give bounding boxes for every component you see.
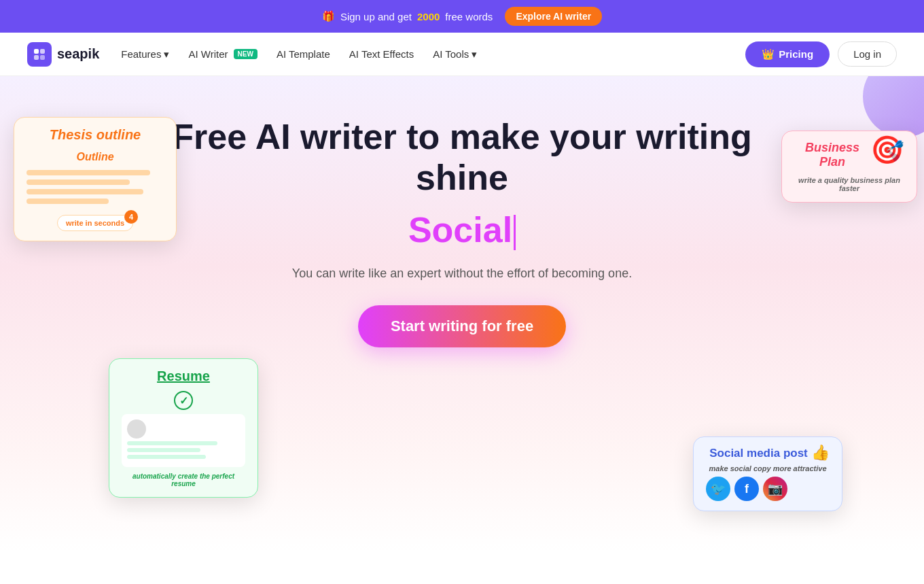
thesis-card-subtitle: Outline — [26, 151, 164, 163]
top-banner: 🎁 Sign up and get 2000 free words Explor… — [0, 0, 924, 33]
banner-text-before: Sign up and get — [340, 11, 412, 22]
hero-title: Free AI writer to make your writing shin… — [156, 117, 768, 199]
cover-section-heading: Cover 600+ free AI writing tools — [27, 579, 897, 584]
check-icon: ✓ — [174, 391, 193, 410]
pricing-crown-icon: 👑 — [762, 48, 775, 61]
hero-section: Thesis outline Outline write in seconds … — [0, 76, 924, 552]
business-card-desc: write a quality business plan faster — [794, 176, 904, 192]
thesis-card-title: Thesis outline — [26, 127, 164, 143]
nav-ai-text-effects[interactable]: AI Text Effects — [349, 48, 414, 60]
explore-ai-writer-button[interactable]: Explore AI writer — [505, 7, 602, 26]
resume-inner — [122, 414, 245, 467]
nav-ai-tools[interactable]: AI Tools ▾ — [433, 48, 477, 61]
avatar — [127, 419, 146, 439]
cta-start-writing-button[interactable]: Start writing for free — [358, 305, 566, 347]
social-icons-row: 🐦 f 📷 — [706, 477, 830, 501]
cover-section: Cover 600+ free AI writing tools — [0, 552, 924, 584]
purple-circle-decoration — [863, 76, 924, 137]
logo[interactable]: seapik — [27, 42, 99, 67]
navbar: seapik Features ▾ AI Writer NEW AI Templ… — [0, 33, 924, 76]
twitter-icon: 🐦 — [706, 477, 730, 501]
resume-card: Resume ✓ automatically create the perfec… — [109, 358, 258, 498]
svg-rect-0 — [34, 49, 39, 54]
business-card: 🎯 Business Plan write a quality business… — [781, 131, 917, 203]
banner-text-after: free words — [445, 11, 493, 22]
banner-highlight-number: 2000 — [417, 11, 440, 22]
login-button[interactable]: Log in — [838, 41, 897, 67]
nav-ai-writer[interactable]: AI Writer NEW — [188, 48, 257, 60]
like-icon: 👍 — [811, 444, 830, 462]
hero-description: You can write like an expert without the… — [292, 267, 632, 281]
nav-left: seapik Features ▾ AI Writer NEW AI Templ… — [27, 42, 477, 67]
resume-card-desc: automatically create the perfect resume — [122, 473, 245, 487]
resume-card-title: Resume — [122, 368, 245, 384]
social-card: 👍 Social media post make social copy mor… — [693, 436, 842, 511]
hero-animated-word: Social — [408, 209, 516, 250]
svg-rect-3 — [40, 55, 45, 60]
logo-icon — [27, 42, 52, 67]
text-cursor — [514, 215, 516, 250]
nav-ai-template[interactable]: AI Template — [277, 48, 330, 60]
features-chevron-icon: ▾ — [164, 48, 169, 61]
thesis-card: Thesis outline Outline write in seconds … — [14, 117, 177, 241]
write-in-seconds-label: write in seconds 4 — [57, 215, 133, 231]
pricing-button[interactable]: 👑 Pricing — [745, 41, 830, 67]
svg-rect-1 — [40, 49, 45, 54]
nav-features[interactable]: Features ▾ — [121, 48, 169, 61]
thesis-badge-num: 4 — [124, 210, 138, 224]
target-icon: 🎯 — [870, 134, 904, 166]
facebook-icon: f — [734, 477, 759, 501]
nav-right: 👑 Pricing Log in — [745, 41, 897, 67]
tools-chevron-icon: ▾ — [472, 48, 477, 61]
banner-gift-icon: 🎁 — [322, 10, 335, 22]
svg-rect-2 — [34, 55, 39, 60]
social-card-desc: make social copy more attractive — [706, 464, 830, 473]
logo-text: seapik — [57, 46, 99, 62]
nav-links: Features ▾ AI Writer NEW AI Template AI … — [121, 48, 477, 61]
instagram-icon: 📷 — [763, 477, 787, 501]
new-badge: NEW — [234, 49, 257, 59]
